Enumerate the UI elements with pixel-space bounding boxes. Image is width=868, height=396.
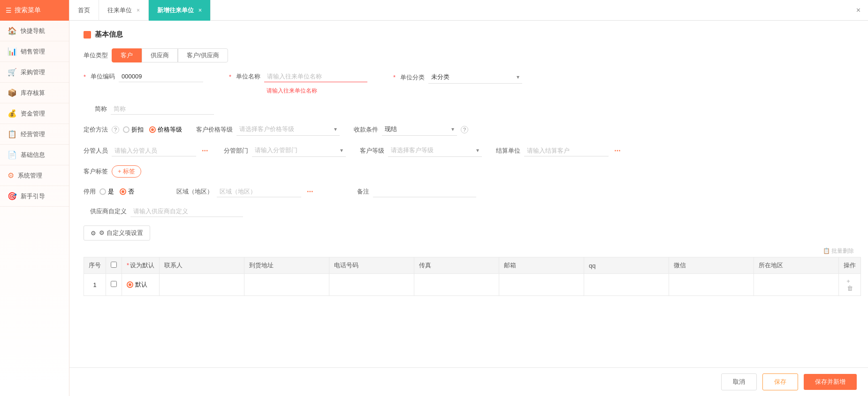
row-delivery[interactable] — [244, 274, 329, 296]
row-email[interactable] — [499, 274, 584, 296]
radio-price-level-label: 价格等级 — [158, 125, 182, 134]
customer-level-group: 客户等级 请选择客户等级 ▾ — [360, 144, 482, 157]
batch-delete-btn[interactable]: 📋 批量删除 — [84, 247, 854, 255]
row-contact-input[interactable] — [164, 280, 239, 290]
chevron-down-icon5: ▾ — [476, 147, 479, 154]
customer-level-select[interactable]: 请选择客户等级 ▾ — [388, 144, 482, 157]
row-wechat-input[interactable] — [674, 280, 749, 290]
row-area-input[interactable] — [759, 280, 834, 290]
row-contact[interactable] — [160, 274, 244, 296]
sidebar-item-newbie[interactable]: 🎯 新手引导 — [0, 186, 69, 207]
row-checkbox-input[interactable] — [111, 281, 117, 287]
short-name-input[interactable] — [111, 103, 214, 115]
tab-contacts[interactable]: 往来单位 × — [99, 0, 149, 21]
unit-type-customer-btn[interactable]: 客户 — [112, 48, 142, 62]
region-more-btn[interactable]: ··· — [305, 187, 315, 196]
row-area[interactable] — [754, 274, 839, 296]
department-select[interactable]: 请输入分管部门 ▾ — [252, 144, 346, 157]
add-tag-btn[interactable]: + 标签 — [112, 165, 141, 178]
sidebar-item-purchase[interactable]: 🛒 采购管理 — [0, 62, 69, 83]
main-area: 首页 往来单位 × 新增往来单位 × × 基本信息 单位类型 客户 供应商 客户… — [69, 0, 868, 396]
close-all-tabs[interactable]: × — [849, 6, 868, 15]
settlement-unit-label: 结算单位 — [496, 147, 520, 155]
remark-input[interactable] — [373, 186, 476, 197]
pricing-help-icon[interactable]: ? — [112, 126, 119, 133]
disabled-radio-group: 是 否 — [99, 187, 134, 196]
settlement-more-btn[interactable]: ··· — [612, 147, 622, 155]
row-delivery-input[interactable] — [249, 280, 324, 290]
radio-price-level-circle — [149, 126, 156, 133]
row-email-input[interactable] — [504, 280, 579, 290]
tab-new-contact-close[interactable]: × — [198, 7, 202, 14]
inventory-icon: 📦 — [8, 88, 17, 97]
row-fax-input[interactable] — [419, 280, 494, 290]
manager-input[interactable] — [112, 145, 196, 156]
sidebar-label: 基础信息 — [21, 151, 45, 159]
manager-more-btn[interactable]: ··· — [200, 147, 210, 155]
row-wechat[interactable] — [669, 274, 754, 296]
select-all-checkbox[interactable] — [111, 262, 117, 268]
radio-yes-label: 是 — [108, 187, 114, 196]
delete-row-btn[interactable]: 🗑 — [847, 285, 853, 292]
tab-contacts-close[interactable]: × — [137, 7, 140, 14]
custom-settings-btn[interactable]: ⚙ ⚙ 自定义项设置 — [84, 225, 150, 241]
sidebar-label: 系统管理 — [18, 171, 42, 180]
save-new-button[interactable]: 保存并新增 — [804, 374, 857, 390]
col-fax: 传真 — [414, 257, 499, 274]
row-phone[interactable] — [329, 274, 414, 296]
gear-icon: ⚙ — [91, 230, 96, 237]
row-phone-input[interactable] — [334, 280, 409, 290]
sidebar-item-inventory[interactable]: 📦 库存核算 — [0, 83, 69, 103]
customer-price-level-select[interactable]: 请选择客户价格等级 ▾ — [236, 123, 340, 136]
chevron-down-icon: ▾ — [517, 74, 519, 80]
newbie-icon: 🎯 — [8, 192, 17, 201]
unit-code-input[interactable] — [119, 71, 203, 82]
supplier-custom-input[interactable] — [130, 206, 243, 217]
unit-category-label: 单位分类 — [400, 73, 425, 82]
unit-type-buttons: 客户 供应商 客户/供应商 — [112, 48, 228, 62]
save-button[interactable]: 保存 — [762, 373, 798, 390]
disabled-group: 停用 是 否 — [84, 187, 134, 196]
tab-home[interactable]: 首页 — [69, 0, 99, 21]
sidebar-item-quick-nav[interactable]: 🏠 快捷导航 — [0, 21, 69, 41]
radio-no[interactable]: 否 — [120, 187, 134, 196]
pricing-method-group: 定价方法 ? 折扣 价格等级 — [84, 125, 182, 134]
radio-price-level[interactable]: 价格等级 — [149, 125, 182, 134]
cancel-button[interactable]: 取消 — [721, 373, 757, 390]
pricing-row: 定价方法 ? 折扣 价格等级 客户价格等级 — [84, 123, 854, 136]
tab-new-contact[interactable]: 新增往来单位 × — [149, 0, 211, 21]
sidebar-item-finance[interactable]: 💰 资金管理 — [0, 103, 69, 124]
radio-yes[interactable]: 是 — [99, 187, 114, 196]
radio-discount[interactable]: 折扣 — [123, 125, 144, 134]
sidebar-item-basic[interactable]: 📄 基础信息 — [0, 145, 69, 165]
col-seq: 序号 — [84, 257, 106, 274]
unit-type-supplier-btn[interactable]: 供应商 — [142, 48, 178, 62]
settlement-unit-input[interactable] — [524, 145, 609, 156]
row-default-radio[interactable]: 默认 — [127, 280, 154, 289]
sidebar-item-operations[interactable]: 📋 经营管理 — [0, 124, 69, 145]
row-qq[interactable] — [584, 274, 669, 296]
unit-category-select[interactable]: 未分类 ▾ — [428, 71, 522, 84]
unit-name-input[interactable] — [264, 71, 367, 82]
col-default: 设为默认 — [122, 257, 160, 274]
supplier-custom-label: 供应商自定义 — [90, 207, 127, 216]
sidebar-search[interactable]: ☰ 搜索菜单 — [0, 0, 69, 21]
region-input[interactable] — [217, 186, 301, 197]
batch-delete-icon: 📋 — [823, 248, 830, 254]
sidebar-item-sales[interactable]: 📊 销售管理 — [0, 41, 69, 62]
department-label: 分管部门 — [224, 147, 248, 155]
row-fax[interactable] — [414, 274, 499, 296]
add-row-btn[interactable]: + — [846, 278, 850, 285]
sidebar-label: 销售管理 — [21, 47, 45, 56]
unit-category-value: 未分类 — [431, 73, 449, 81]
quick-nav-icon: 🏠 — [8, 26, 17, 35]
search-icon: ☰ — [6, 7, 12, 14]
payment-help-icon[interactable]: ? — [461, 126, 468, 133]
row-default-circle — [127, 281, 133, 288]
payment-terms-select[interactable]: 现结 ▾ — [382, 123, 457, 136]
payment-terms-label: 收款条件 — [354, 125, 378, 134]
unit-type-both-btn[interactable]: 客户/供应商 — [178, 48, 228, 62]
sidebar-item-system[interactable]: ⚙ 系统管理 — [0, 165, 69, 186]
row-qq-input[interactable] — [589, 280, 664, 290]
system-icon: ⚙ — [8, 171, 14, 180]
